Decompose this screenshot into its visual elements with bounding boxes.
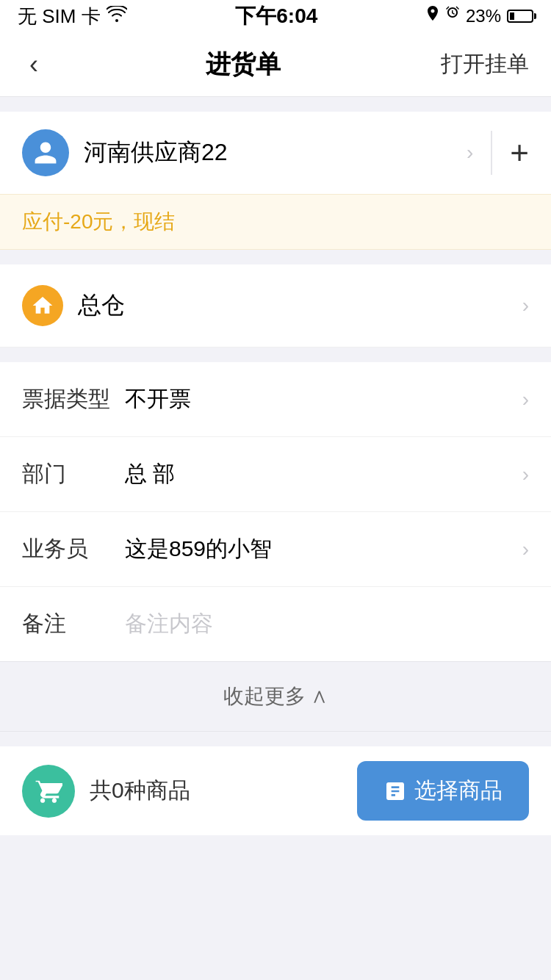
- supplier-row[interactable]: 河南供应商22 › +: [0, 112, 551, 194]
- status-time: 下午6:04: [235, 2, 317, 30]
- back-button[interactable]: ‹: [22, 42, 46, 87]
- battery-percent: 23%: [466, 6, 501, 26]
- warehouse-card: 总仓 ›: [0, 264, 551, 347]
- note-row[interactable]: 备注 备注内容: [0, 587, 551, 661]
- invoice-label: 票据类型: [22, 384, 125, 414]
- add-supplier-button[interactable]: +: [510, 134, 529, 171]
- warehouse-row[interactable]: 总仓 ›: [0, 264, 551, 347]
- section-divider-1: [0, 97, 551, 112]
- goods-icon: [22, 765, 75, 818]
- supplier-chevron-icon: ›: [467, 141, 473, 165]
- carrier-label: 无 SIM 卡: [18, 4, 101, 29]
- select-goods-button[interactable]: 选择商品: [357, 761, 529, 821]
- status-bar: 无 SIM 卡 下午6:04 23%: [0, 0, 551, 32]
- invoice-row[interactable]: 票据类型 不开票 ›: [0, 362, 551, 437]
- select-goods-label: 选择商品: [414, 776, 503, 806]
- wifi-icon: [107, 6, 127, 26]
- goods-count: 共0种商品: [90, 776, 357, 806]
- salesman-value: 这是859的小智: [125, 534, 522, 564]
- dept-value: 总 部: [125, 459, 522, 489]
- salesman-label: 业务员: [22, 534, 125, 564]
- section-divider-2: [0, 250, 551, 264]
- status-right: 23%: [426, 6, 533, 26]
- dept-label: 部门: [22, 459, 125, 489]
- note-input[interactable]: 备注内容: [125, 609, 529, 639]
- salesman-row[interactable]: 业务员 这是859的小智 ›: [0, 512, 551, 587]
- warehouse-chevron-icon: ›: [522, 294, 529, 317]
- supplier-name: 河南供应商22: [84, 137, 467, 169]
- notice-bar: 应付-20元，现结: [0, 194, 551, 250]
- page-title: 进货单: [206, 48, 281, 82]
- warehouse-icon: [22, 285, 63, 326]
- supplier-divider: [491, 131, 492, 175]
- note-label: 备注: [22, 609, 125, 639]
- location-icon: [426, 6, 439, 26]
- nav-bar: ‹ 进货单 打开挂单: [0, 32, 551, 97]
- dept-row[interactable]: 部门 总 部 ›: [0, 437, 551, 512]
- invoice-chevron-icon: ›: [522, 388, 529, 411]
- salesman-chevron-icon: ›: [522, 538, 529, 561]
- open-pending-button[interactable]: 打开挂单: [441, 49, 529, 79]
- invoice-value: 不开票: [125, 384, 522, 414]
- supplier-avatar: [22, 129, 69, 176]
- collapse-row[interactable]: 收起更多 ∧: [0, 661, 551, 732]
- warehouse-name: 总仓: [78, 289, 522, 322]
- battery-icon: [507, 10, 533, 23]
- dept-chevron-icon: ›: [522, 463, 529, 486]
- supplier-card: 河南供应商22 › + 应付-20元，现结: [0, 112, 551, 250]
- status-left: 无 SIM 卡: [18, 4, 127, 29]
- notice-text: 应付-20元，现结: [22, 210, 175, 233]
- alarm-icon: [445, 6, 460, 26]
- section-divider-3: [0, 347, 551, 362]
- form-section: 票据类型 不开票 › 部门 总 部 › 业务员 这是859的小智 › 备注 备注…: [0, 362, 551, 661]
- bottom-area: [0, 835, 551, 980]
- goods-bar: 共0种商品 选择商品: [0, 746, 551, 835]
- collapse-label: 收起更多 ∧: [223, 682, 328, 710]
